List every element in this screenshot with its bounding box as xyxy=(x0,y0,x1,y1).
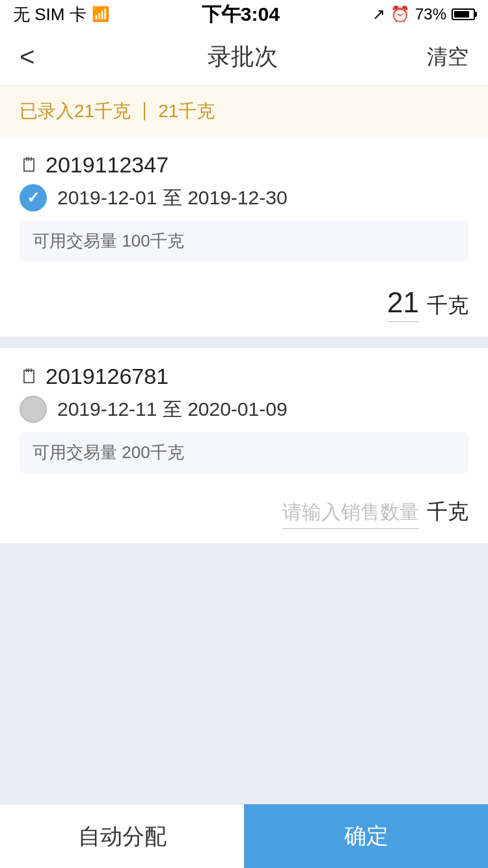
batch2-avail-text: 可用交易量 200千克 xyxy=(33,442,184,462)
batch2-input-wrapper[interactable]: 请输入销售数量 xyxy=(282,499,419,529)
batch2-avail-box: 可用交易量 200千克 xyxy=(20,432,468,473)
info-bar: 已录入21千克 21千克 xyxy=(0,86,488,137)
batch1-underline xyxy=(387,321,419,322)
batch1-avail-box: 可用交易量 100千克 xyxy=(20,221,468,262)
nav-bar: < 录批次 清空 xyxy=(0,29,488,86)
batch1-checkmark: ✓ xyxy=(27,189,40,207)
clear-button[interactable]: 清空 xyxy=(427,43,468,72)
batch1-avail-text: 可用交易量 100千克 xyxy=(33,231,184,251)
batch2-unit: 千克 xyxy=(427,498,468,526)
battery-percent: 73% xyxy=(415,5,446,23)
gray-area xyxy=(0,543,488,830)
batch1-unit: 千克 xyxy=(427,292,468,320)
batch1-block: 🗒 2019112347 ✓ 2019-12-01 至 2019-12-30 可… xyxy=(0,137,488,275)
batch1-id: 2019112347 xyxy=(46,152,169,178)
alarm-icon: ⏰ xyxy=(390,5,410,23)
batch2-input-row[interactable]: 请输入销售数量 千克 xyxy=(0,486,488,543)
status-time: 下午3:04 xyxy=(202,1,280,28)
recorded-value: 21千克 xyxy=(158,99,215,124)
battery-bar xyxy=(452,8,475,20)
batch2-block: 🗒 2019126781 2019-12-11 至 2020-01-09 可用交… xyxy=(0,348,488,486)
batch2-date: 2019-12-11 至 2020-01-09 xyxy=(57,396,288,423)
section-separator xyxy=(0,336,488,348)
status-left: 无 SIM 卡 📶 xyxy=(13,3,109,26)
batch1-doc-icon: 🗒 xyxy=(20,154,39,176)
batch2-radio[interactable] xyxy=(20,396,47,423)
wifi-icon: 📶 xyxy=(92,6,109,23)
page-title: 录批次 xyxy=(208,41,278,73)
batch2-header: 🗒 2019126781 xyxy=(20,364,468,389)
status-right: ↗ ⏰ 73% xyxy=(372,5,475,23)
location-icon: ↗ xyxy=(372,5,385,23)
batch1-amount-value: 21 xyxy=(387,286,419,319)
batch1-amount-wrapper: 21 xyxy=(387,286,419,322)
batch1-radio[interactable]: ✓ xyxy=(20,184,47,211)
confirm-button[interactable]: 确定 xyxy=(244,804,488,868)
bottom-bar: 自动分配 确定 xyxy=(0,804,488,868)
batch1-amount-row: 21 千克 xyxy=(0,275,488,336)
no-sim-text: 无 SIM 卡 xyxy=(13,3,87,26)
batch2-input-underline xyxy=(282,528,419,529)
info-divider xyxy=(144,102,145,120)
auto-distribute-button[interactable]: 自动分配 xyxy=(0,804,244,868)
batch1-date-row[interactable]: ✓ 2019-12-01 至 2019-12-30 xyxy=(20,184,468,211)
batch2-input-placeholder: 请输入销售数量 xyxy=(282,499,419,526)
batch1-header: 🗒 2019112347 xyxy=(20,152,468,178)
back-button[interactable]: < xyxy=(20,42,59,72)
recorded-label: 已录入21千克 xyxy=(20,99,131,124)
batch2-doc-icon: 🗒 xyxy=(20,366,39,388)
status-bar: 无 SIM 卡 📶 下午3:04 ↗ ⏰ 73% xyxy=(0,0,488,29)
batch2-date-row[interactable]: 2019-12-11 至 2020-01-09 xyxy=(20,396,468,423)
batch1-date: 2019-12-01 至 2019-12-30 xyxy=(57,185,288,211)
batch2-id: 2019126781 xyxy=(46,364,169,389)
